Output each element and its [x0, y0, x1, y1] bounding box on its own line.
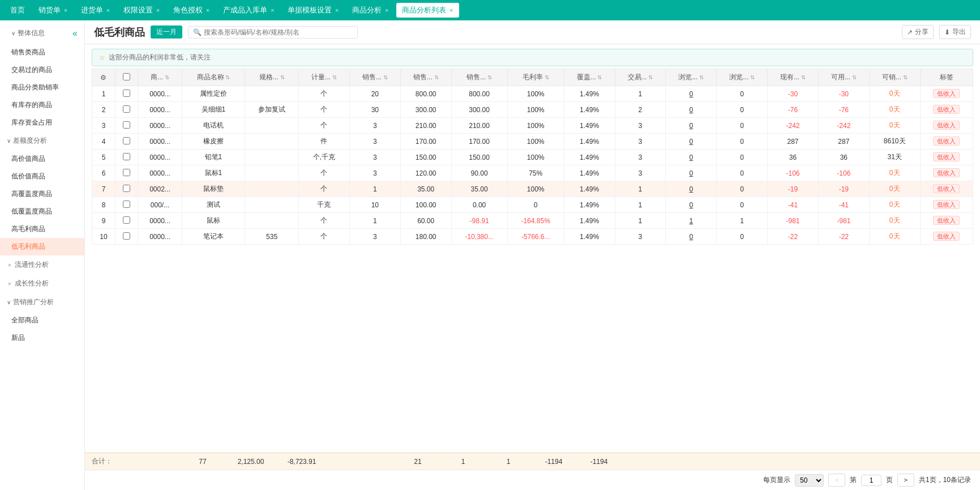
row-saleable: 8610天	[869, 134, 920, 150]
nav-close-analysis-list[interactable]: ×	[450, 7, 453, 14]
nav-product-analysis-list[interactable]: 商品分析列表 ×	[396, 3, 459, 18]
row-no: 8	[92, 197, 115, 213]
table-row: 3 0000... 电话机 个 3 210.00 210.00 100% 1.4…	[92, 118, 973, 134]
col-views1[interactable]: 浏览...	[666, 69, 717, 86]
nav-close-storage[interactable]: ×	[271, 7, 274, 14]
nav-close-role[interactable]: ×	[206, 7, 209, 14]
sidebar-item-new-products[interactable]: 新品	[0, 329, 84, 347]
nav-role-auth[interactable]: 角色授权 ×	[168, 3, 215, 18]
col-saleable[interactable]: 可销...	[869, 69, 920, 86]
nav-close-purchase[interactable]: ×	[106, 7, 110, 14]
share-icon: ↗	[907, 28, 913, 36]
row-saleable: 0天	[869, 118, 920, 134]
row-trade: 3	[615, 150, 666, 165]
row-checkbox[interactable]	[115, 213, 138, 229]
nav-product-storage[interactable]: 产成品入库单 ×	[217, 3, 280, 18]
sidebar-item-traded-products[interactable]: 交易过的商品	[0, 61, 84, 79]
nav-sales-order[interactable]: 销货单 ×	[33, 3, 73, 18]
nav-purchase-order[interactable]: 进货单 ×	[75, 3, 115, 18]
row-views1[interactable]: 0	[666, 134, 717, 150]
sidebar-item-sales-products[interactable]: 销售类商品	[0, 44, 84, 61]
row-sales-qty: 1	[349, 213, 400, 229]
sidebar-collapse-btn[interactable]: «	[70, 28, 80, 39]
sidebar-item-high-profit[interactable]: 高毛利商品	[0, 220, 84, 238]
page-size-select[interactable]: 50 100 200	[795, 474, 824, 487]
col-code[interactable]: 商...	[138, 69, 182, 86]
col-views2[interactable]: 浏览...	[717, 69, 768, 86]
row-views1[interactable]: 0	[666, 86, 717, 102]
col-sales-amount[interactable]: 销售...	[451, 69, 507, 86]
col-sales-price[interactable]: 销售...	[400, 69, 451, 86]
row-no: 6	[92, 165, 115, 181]
row-checkbox[interactable]	[115, 134, 138, 150]
row-checkbox[interactable]	[115, 229, 138, 245]
row-checkbox[interactable]	[115, 197, 138, 213]
nav-permission[interactable]: 权限设置 ×	[118, 3, 165, 18]
sidebar-item-capital[interactable]: 库存资金占用	[0, 114, 84, 131]
row-views1[interactable]: 0	[666, 102, 717, 118]
sidebar-item-low-coverage[interactable]: 低覆盖度商品	[0, 203, 84, 220]
sidebar-group-diff-analysis[interactable]: ∨ 差额度分析	[0, 131, 84, 150]
sidebar-group-marketing[interactable]: ∨ 营销推广分析	[0, 293, 84, 312]
sidebar-item-stock-products[interactable]: 有库存的商品	[0, 96, 84, 114]
row-checkbox[interactable]	[115, 102, 138, 118]
col-available[interactable]: 可用...	[818, 69, 869, 86]
sidebar-group-growth[interactable]: ＞ 成长性分析	[0, 274, 84, 293]
col-spec[interactable]: 规格...	[245, 69, 299, 86]
col-gross-rate[interactable]: 毛利率	[507, 69, 564, 86]
row-trade: 3	[615, 229, 666, 245]
row-spec	[245, 165, 299, 181]
sidebar-item-high-value[interactable]: 高价值商品	[0, 150, 84, 168]
row-views1[interactable]: 0	[666, 229, 717, 245]
row-checkbox[interactable]	[115, 150, 138, 165]
row-views1[interactable]: 0	[666, 165, 717, 181]
row-views1[interactable]: 0	[666, 118, 717, 134]
export-button[interactable]: ⬇ 导出	[939, 25, 971, 39]
sidebar-item-low-profit[interactable]: 低毛利商品	[0, 238, 84, 255]
nav-home[interactable]: 首页	[5, 3, 31, 18]
col-sales-qty[interactable]: 销售...	[349, 69, 400, 86]
col-coverage[interactable]: 覆盖...	[564, 69, 615, 86]
nav-close-analysis[interactable]: ×	[385, 7, 388, 14]
row-no: 5	[92, 150, 115, 165]
col-current-stock[interactable]: 现有...	[768, 69, 819, 86]
row-views1[interactable]: 1	[666, 213, 717, 229]
row-current-stock: -19	[768, 181, 819, 197]
sidebar-item-high-coverage[interactable]: 高覆盖度商品	[0, 185, 84, 203]
col-trade[interactable]: 交易...	[615, 69, 666, 86]
nav-close-permission[interactable]: ×	[156, 7, 160, 14]
nav-close-template[interactable]: ×	[335, 7, 339, 14]
row-checkbox[interactable]	[115, 181, 138, 197]
filter-recent-month-btn[interactable]: 近一月	[151, 25, 182, 39]
row-checkbox[interactable]	[115, 118, 138, 134]
footer-available: -1194	[576, 458, 622, 466]
nav-template-settings[interactable]: 单据模板设置 ×	[282, 3, 344, 18]
row-checkbox[interactable]	[115, 165, 138, 181]
search-box[interactable]: 🔍	[188, 26, 358, 39]
row-sales-amount: 0.00	[451, 197, 507, 213]
row-spec	[245, 197, 299, 213]
sidebar-item-all-products[interactable]: 全部商品	[0, 312, 84, 329]
search-input[interactable]	[204, 28, 353, 36]
sidebar-item-low-value[interactable]: 低价值商品	[0, 168, 84, 185]
sidebar-group-circulation[interactable]: ＞ 流通性分析	[0, 255, 84, 274]
share-button[interactable]: ↗ 分享	[902, 25, 934, 39]
row-views1[interactable]: 0	[666, 197, 717, 213]
row-views1[interactable]: 0	[666, 150, 717, 165]
prev-page-btn[interactable]: ＜	[828, 474, 845, 487]
col-settings[interactable]: ⚙	[92, 69, 115, 86]
row-views1[interactable]: 0	[666, 181, 717, 197]
row-views2: 0	[717, 229, 768, 245]
col-unit[interactable]: 计量...	[299, 69, 350, 86]
row-sales-amount: 210.00	[451, 118, 507, 134]
row-sales-price: 800.00	[400, 86, 451, 102]
col-name[interactable]: 商品名称	[182, 69, 245, 86]
sidebar-item-category-rate[interactable]: 商品分类助销率	[0, 79, 84, 96]
current-page-input[interactable]	[861, 475, 881, 486]
sidebar-group-overall[interactable]: ∨ 整体信息	[5, 24, 52, 42]
nav-product-analysis[interactable]: 商品分析 ×	[346, 3, 394, 18]
select-all-checkbox[interactable]	[123, 73, 130, 80]
next-page-btn[interactable]: ＞	[897, 474, 914, 487]
row-checkbox[interactable]	[115, 86, 138, 102]
nav-close-sales[interactable]: ×	[64, 7, 67, 14]
